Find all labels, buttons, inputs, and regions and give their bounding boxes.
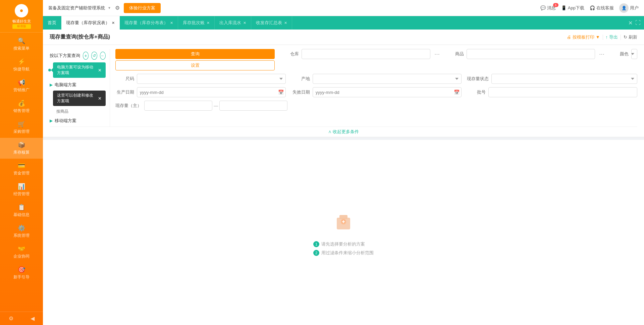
tab-inventory-status[interactable]: 现存量（库存状况表） ✕ — [61, 16, 120, 30]
stock-status-select[interactable] — [491, 74, 637, 84]
stock-qty-max-input[interactable] — [219, 101, 287, 111]
goods-label: 商品 — [445, 51, 464, 57]
pc-scheme-toggle[interactable]: ▶ — [50, 83, 53, 87]
color-select[interactable] — [631, 49, 637, 59]
warehouse-field: 仓库 ⋯ — [280, 49, 439, 59]
prev-scheme-button[interactable]: ← — [100, 52, 106, 60]
mobile-scheme-toggle[interactable]: ▶ — [50, 118, 53, 123]
add-scheme-button[interactable]: + — [83, 52, 89, 60]
warehouse-label: 仓库 — [280, 51, 299, 57]
color-label: 颜色 — [610, 51, 629, 57]
collapse-bar[interactable]: ∧ 收起更多条件 — [50, 126, 637, 137]
divider-1 — [603, 35, 603, 40]
refresh-button[interactable]: ↻ 刷新 — [624, 34, 637, 40]
range-separator: — — [214, 103, 218, 108]
sidebar-nav: 🔍 搜索菜单 ⚡ 快捷导航 📢 营销推广 💰 销售管理 🛒 采购管理 📦 库存核… — [0, 33, 43, 312]
tab-inventory-dist[interactable]: 现存量（库存分布表） ✕ — [120, 16, 178, 30]
tooltip2-close-icon[interactable]: ✕ — [98, 96, 102, 101]
inventory-icon: 📦 — [18, 141, 25, 149]
export-button[interactable]: ↑ 导出 — [606, 34, 618, 40]
tab-close-batch[interactable]: ✕ — [207, 21, 210, 25]
topbar-right: 💬 消息 6 📱 App下载 🎧 在线客服 👤 用户 — [540, 3, 639, 13]
sidebar-item-newbie[interactable]: 🎯 新手引导 — [0, 263, 43, 283]
expire-date-input[interactable] — [313, 87, 462, 97]
message-button[interactable]: 💬 消息 6 — [540, 5, 556, 11]
tab-minimize-icon[interactable]: ✕ — [628, 20, 633, 26]
tab-bar: 首页 现存量（库存状况表） ✕ 现存量（库存分布表） ✕ 库存批次账 ✕ 出入库… — [43, 16, 644, 30]
sidebar-item-purchase[interactable]: 🛒 采购管理 — [0, 117, 43, 138]
newbie-icon: 🎯 — [18, 266, 25, 273]
warehouse-input[interactable] — [302, 49, 430, 59]
reset-scheme-button[interactable]: ↺ — [91, 52, 97, 60]
tooltip1-close-icon[interactable]: ✕ — [98, 68, 102, 73]
template-print-button[interactable]: 🖨 按模板打印 ▼ — [567, 34, 600, 40]
size-label: 尺码 — [115, 76, 134, 82]
sidebar-item-inventory[interactable]: 📦 库存核算 — [0, 138, 43, 159]
tip-num-2: 2 — [313, 250, 319, 256]
color-field: 颜色 — [610, 49, 637, 59]
collapse-sidebar-icon[interactable]: ◀ — [31, 315, 35, 322]
size-select[interactable] — [137, 74, 286, 84]
sidebar-item-sales[interactable]: 💰 销售管理 — [0, 96, 43, 117]
export-icon: ↑ — [606, 35, 608, 40]
stock-qty-field: 现存量（主） — — [115, 101, 287, 111]
settings-icon[interactable]: ⚙ — [115, 5, 120, 11]
tooltip-pc-scheme: 电脑方案可设为移动方案哦 ✕ — [53, 62, 106, 78]
produce-date-input[interactable] — [137, 87, 286, 97]
tab-close-inventory-status[interactable]: ✕ — [112, 21, 115, 25]
tab-batch-account[interactable]: 库存批次账 ✕ — [178, 16, 215, 30]
svg-rect-2 — [339, 215, 347, 219]
sidebar-item-system[interactable]: ⚙️ 系统管理 — [0, 221, 43, 242]
tab-io-flow[interactable]: 出入库流水 ✕ — [215, 16, 251, 30]
system-name: 装备及固定资产辅助管理系统 — [48, 5, 105, 11]
sidebar-item-quick[interactable]: ⚡ 快捷导航 — [0, 55, 43, 75]
sidebar-item-enterprise[interactable]: 🤝 企业协同 — [0, 242, 43, 263]
reset-button[interactable]: 设置 — [115, 60, 275, 70]
pc-scheme-row: ▶ 电脑端方案 — [50, 80, 106, 91]
message-icon: 💬 — [540, 5, 546, 10]
dot-indicator-1 — [48, 69, 51, 71]
goods-dots-icon[interactable]: ⋯ — [599, 51, 604, 57]
batch-no-input[interactable] — [488, 87, 637, 97]
batch-no-field: 批号 — [467, 87, 637, 97]
tab-collection-summary[interactable]: 收发存汇总表 ✕ — [251, 16, 292, 30]
online-support-button[interactable]: 🎧 在线客服 — [590, 5, 614, 11]
sub-item-row: 按商品 — [50, 109, 106, 114]
sidebar-item-search[interactable]: 🔍 搜索菜单 — [0, 34, 43, 55]
search-btn-group: 查询 设置 — [115, 49, 275, 70]
user-area[interactable]: 👤 用户 — [619, 3, 639, 13]
tab-close-collection[interactable]: ✕ — [284, 21, 287, 25]
tab-home[interactable]: 首页 — [43, 16, 61, 30]
stock-qty-label: 现存量（主） — [115, 103, 142, 109]
app-download-button[interactable]: 📱 App下载 — [561, 5, 584, 11]
warehouse-dots-icon[interactable]: ⋯ — [434, 51, 440, 57]
search-button[interactable]: 查询 — [115, 49, 275, 59]
size-field: 尺码 — [115, 74, 286, 84]
settings-bottom-icon[interactable]: ⚙ — [9, 315, 13, 322]
stock-qty-min-input[interactable] — [144, 101, 212, 111]
stock-status-label: 现存量状态 — [467, 76, 489, 82]
origin-select[interactable] — [313, 74, 462, 84]
system-selector[interactable]: 装备及固定资产辅助管理系统 ▼ — [48, 5, 111, 11]
batch-no-label: 批号 — [467, 89, 486, 95]
filter-fields-panel: 仓库 ⋯ 商品 ⋯ 颜色 — [110, 49, 637, 126]
filter-scheme-panel: 按以下方案查询 + ↺ ← 电脑方案可设为移动方案哦 ✕ — [50, 49, 110, 126]
sidebar-item-finance[interactable]: 💳 资金管理 — [0, 159, 43, 179]
produce-date-wrapper: 📅 — [137, 87, 286, 97]
tab-maximize-icon[interactable]: ⛶ — [635, 20, 641, 26]
filter-row-4: 现存量（主） — — [115, 101, 637, 111]
goods-input[interactable] — [467, 49, 595, 59]
sidebar-item-operation[interactable]: 📊 经营管理 — [0, 179, 43, 200]
sidebar-item-marketing[interactable]: 📢 营销推广 — [0, 75, 43, 96]
logo-area: 畅通好生意 标准版 — [0, 0, 43, 33]
stock-qty-range: — — [144, 101, 287, 111]
sidebar-item-basic[interactable]: 📋 基础信息 — [0, 200, 43, 221]
empty-tips: 1 请先选择要分析的方案 2 用过滤条件来缩小分析范围 — [313, 240, 374, 257]
trial-button[interactable]: 体验行业方案 — [124, 3, 161, 13]
search-icon: 🔍 — [18, 37, 25, 45]
goods-field: 商品 ⋯ — [445, 49, 604, 59]
tab-close-io[interactable]: ✕ — [243, 21, 246, 25]
tab-close-inventory-dist[interactable]: ✕ — [170, 21, 173, 25]
system-icon: ⚙️ — [18, 224, 25, 232]
tooltip-create-scheme: 这里可以创建和修改方案哦 ✕ — [53, 91, 106, 106]
